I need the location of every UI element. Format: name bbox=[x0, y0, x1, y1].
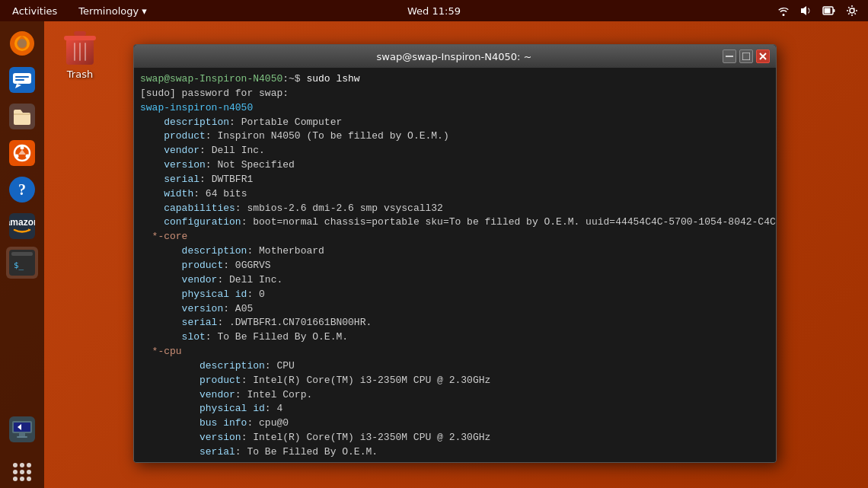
svg-rect-41 bbox=[74, 31, 86, 36]
svg-point-35 bbox=[13, 477, 18, 481]
term-line-5: vendor: Dell Inc. bbox=[140, 144, 770, 158]
terminal-window: swap@swap-Inspiron-N4050: ~ swap@swap-In… bbox=[133, 44, 777, 463]
minimize-button[interactable] bbox=[723, 49, 736, 63]
svg-rect-40 bbox=[64, 36, 96, 40]
terminal-content[interactable]: swap@swap-Inspiron-N4050:~$ sudo lshw[su… bbox=[134, 68, 776, 462]
dock-amazon[interactable]: amazon bbox=[6, 210, 38, 242]
svg-point-36 bbox=[20, 477, 24, 481]
term-line-9: capabilities: smbios-2.6 dmi-2.6 smp vsy… bbox=[140, 202, 770, 216]
trash-label: Trash bbox=[67, 69, 93, 80]
term-line-26: serial: To Be Filled By O.E.M. bbox=[140, 445, 770, 460]
svg-point-37 bbox=[27, 477, 31, 481]
svg-point-14 bbox=[21, 146, 24, 150]
term-line-2: swap-inspiron-n4050 bbox=[140, 101, 770, 116]
term-line-3: description: Portable Computer bbox=[140, 116, 770, 130]
term-line-20: description: CPU bbox=[140, 359, 770, 374]
svg-rect-1 bbox=[825, 8, 831, 14]
term-line-22: vendor: Intel Corp. bbox=[140, 388, 770, 403]
svg-point-31 bbox=[27, 463, 31, 467]
dock-apps-grid[interactable] bbox=[6, 456, 38, 488]
desktop: ? amazon $_ bbox=[0, 21, 868, 488]
terminal-controls bbox=[723, 49, 770, 63]
dock-files[interactable] bbox=[6, 100, 38, 132]
term-line-11: *-core bbox=[140, 230, 770, 244]
svg-point-15 bbox=[15, 155, 19, 158]
term-line-14: vendor: Dell Inc. bbox=[140, 273, 770, 288]
svg-point-34 bbox=[27, 470, 31, 474]
dock-messaging[interactable] bbox=[6, 64, 38, 96]
term-line-8: width: 64 bits bbox=[140, 187, 770, 202]
term-line-13: product: 0GGRVS bbox=[140, 259, 770, 273]
topbar-clock: Wed 11:59 bbox=[407, 5, 461, 17]
topbar: Activities Terminology ▾ Wed 11:59 bbox=[0, 0, 868, 21]
app-menu-label: Terminology bbox=[78, 5, 139, 17]
term-line-23: physical id: 4 bbox=[140, 402, 770, 416]
svg-rect-9 bbox=[15, 76, 29, 78]
close-button[interactable] bbox=[756, 49, 770, 63]
activities-button[interactable]: Activities bbox=[8, 0, 62, 21]
svg-rect-27 bbox=[17, 436, 27, 438]
svg-point-30 bbox=[20, 463, 24, 467]
svg-point-33 bbox=[20, 470, 24, 474]
svg-rect-26 bbox=[19, 433, 25, 436]
dock-terminal[interactable]: $_ bbox=[6, 247, 38, 279]
term-line-6: version: Not Specified bbox=[140, 158, 770, 173]
term-line-25: version: Intel(R) Core(TM) i3-2350M CPU … bbox=[140, 431, 770, 445]
term-line-4: product: Inspiron N4050 (To be filled by… bbox=[140, 129, 770, 144]
svg-point-29 bbox=[13, 463, 18, 467]
terminal-titlebar[interactable]: swap@swap-Inspiron-N4050: ~ bbox=[134, 45, 776, 68]
svg-rect-10 bbox=[15, 79, 24, 81]
term-line-16: version: A05 bbox=[140, 302, 770, 317]
dock-display[interactable] bbox=[6, 413, 38, 445]
system-menu-icon[interactable] bbox=[844, 2, 860, 19]
dock-software[interactable] bbox=[6, 137, 38, 169]
sound-icon[interactable] bbox=[798, 2, 815, 19]
trash-icon bbox=[62, 30, 98, 67]
svg-rect-8 bbox=[13, 73, 31, 84]
term-line-21: product: Intel(R) Core(TM) i3-2350M CPU … bbox=[140, 374, 770, 388]
battery-icon[interactable] bbox=[821, 2, 838, 19]
svg-text:amazon: amazon bbox=[9, 217, 35, 228]
term-line-18: slot: To Be Filled By O.E.M. bbox=[140, 330, 770, 345]
term-line-7: serial: DWTBFR1 bbox=[140, 173, 770, 187]
term-line-1: [sudo] password for swap: bbox=[140, 87, 770, 101]
trash-desktop-icon[interactable]: Trash bbox=[53, 30, 107, 80]
app-menu[interactable]: Terminology ▾ bbox=[74, 0, 151, 21]
term-line-19: *-cpu bbox=[140, 345, 770, 359]
svg-point-32 bbox=[13, 470, 18, 474]
term-line-17: serial: .DWTBFR1.CN701661BN00HR. bbox=[140, 316, 770, 330]
svg-text:$_: $_ bbox=[14, 260, 24, 270]
terminal-title: swap@swap-Inspiron-N4050: ~ bbox=[186, 51, 723, 62]
term-line-24: bus info: cpu@0 bbox=[140, 416, 770, 431]
svg-rect-45 bbox=[726, 56, 733, 57]
topbar-right bbox=[775, 2, 860, 19]
svg-rect-2 bbox=[833, 9, 835, 12]
wifi-icon[interactable] bbox=[775, 2, 792, 19]
term-line-0: swap@swap-Inspiron-N4050:~$ sudo lshw bbox=[140, 72, 770, 87]
svg-text:?: ? bbox=[18, 181, 26, 198]
term-line-12: description: Motherboard bbox=[140, 244, 770, 259]
term-line-15: physical id: 0 bbox=[140, 288, 770, 302]
term-line-27: slot: CPU 1 bbox=[140, 460, 770, 462]
dock-help[interactable]: ? bbox=[6, 174, 38, 206]
svg-point-16 bbox=[26, 155, 30, 158]
svg-rect-46 bbox=[742, 53, 750, 60]
svg-rect-28 bbox=[14, 423, 30, 432]
app-menu-arrow: ▾ bbox=[142, 5, 147, 17]
activities-label: Activities bbox=[12, 5, 57, 17]
maximize-button[interactable] bbox=[739, 49, 753, 63]
term-line-10: configuration: boot=normal chassis=porta… bbox=[140, 215, 770, 230]
svg-rect-22 bbox=[11, 252, 33, 256]
topbar-left: Activities Terminology ▾ bbox=[8, 0, 152, 21]
dock: ? amazon $_ bbox=[0, 21, 44, 488]
dock-firefox[interactable] bbox=[6, 27, 38, 59]
